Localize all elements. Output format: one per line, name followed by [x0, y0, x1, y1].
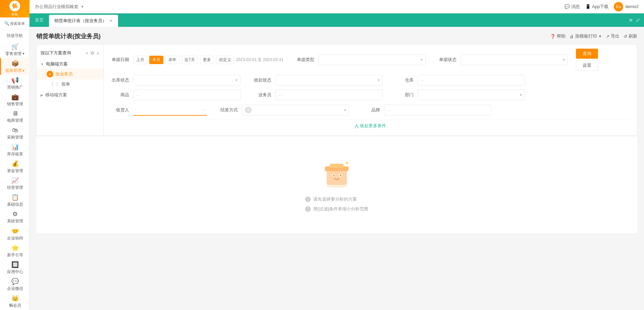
- pc-group-triangle: ▼: [41, 62, 44, 66]
- scheme-group-pc-header[interactable]: ▼ 电脑端方案: [37, 59, 103, 69]
- date-btn-this-month[interactable]: 本月: [149, 56, 163, 64]
- warehouse-select[interactable]: ···: [418, 75, 525, 86]
- breadcrumb: 办公用品行业模拟账套 ▾: [35, 4, 559, 10]
- left-panel-header: 按以下方案查询 + ⚙ «: [37, 48, 103, 58]
- settle-clear-button[interactable]: ✕: [245, 107, 252, 113]
- help-button[interactable]: ❓ 帮助: [550, 33, 566, 39]
- download-icon: 📱: [585, 4, 591, 9]
- receiver-input[interactable]: [133, 104, 203, 115]
- payment-status-select[interactable]: ▾: [275, 75, 383, 86]
- scheme-item-by-order[interactable]: ⋮⋮ 按单: [37, 80, 103, 89]
- collapse-more-button[interactable]: ⋀ 收起更多条件: [355, 123, 386, 129]
- operation-label: 经营管理: [7, 185, 23, 191]
- sidebar-item-marketing[interactable]: 📢 营销推广: [0, 75, 30, 92]
- sales-label: 销售管理: [7, 101, 23, 107]
- empty-tip-2-text: 用[过滤]条件来缩小分析范围: [313, 205, 368, 213]
- sidebar-item-operation[interactable]: 📈 经营管理: [0, 175, 30, 192]
- ecommerce-label: 电商管理: [7, 118, 23, 123]
- date-btn-this-year[interactable]: 本年: [165, 56, 179, 64]
- tab-sales-stat[interactable]: 销货单统计表（按业务员） ✕: [49, 15, 118, 27]
- sidebar-item-ecommerce[interactable]: 🖥 电商管理: [0, 109, 30, 125]
- query-button[interactable]: 查询: [576, 49, 598, 59]
- tabbar-right: ✕ ⤢: [629, 17, 644, 23]
- receiver-label: 收货人: [109, 107, 129, 113]
- payment-status-arrow-icon: ▾: [378, 78, 380, 83]
- message-icon: 💬: [565, 4, 570, 9]
- sidebar-item-enterprise[interactable]: 🤝 企业协同: [0, 226, 30, 243]
- scheme-settings-icon[interactable]: ⚙: [90, 50, 95, 56]
- print-label: 按模板打印: [575, 33, 597, 39]
- sidebar-item-wholesale[interactable]: 📦 批发管理 ▲: [0, 58, 30, 75]
- left-panel-icons: + ⚙ «: [86, 50, 99, 56]
- department-select[interactable]: ▾: [418, 90, 525, 100]
- left-panel-title: 按以下方案查询: [41, 50, 71, 56]
- breadcrumb-dropdown-icon[interactable]: ▾: [81, 4, 84, 9]
- topbar-actions: 💬 消息 📱 App下载 Ea demo2: [565, 2, 639, 11]
- help-label: 帮助: [557, 33, 566, 39]
- basic-icon: 📋: [11, 194, 19, 201]
- left-panel: 按以下方案查询 + ⚙ « ▼ 电脑端方案 ●: [37, 45, 104, 136]
- sales-icon: 💼: [11, 93, 19, 101]
- warehouse-label: 仓库: [393, 77, 414, 83]
- date-range: 2023-03-01 至 2023-03-31: [236, 57, 283, 63]
- collapse-label: 收起更多条件: [360, 123, 386, 129]
- sidebar-item-wechat[interactable]: 💬 企业微信: [0, 276, 30, 293]
- svg-point-7: [340, 175, 341, 176]
- tabbar-expand-icon[interactable]: ⤢: [636, 17, 640, 23]
- logo-text: 标账: [11, 12, 18, 17]
- settle-select[interactable]: ✕ ▾: [242, 105, 349, 115]
- app-download-button[interactable]: 📱 App下载: [585, 4, 608, 10]
- user-name: demo2: [625, 4, 639, 9]
- sidebar-item-inventory[interactable]: 📊 库存核算: [0, 142, 30, 158]
- tab-home[interactable]: 首页: [30, 13, 49, 27]
- message-button[interactable]: 💬 消息: [565, 4, 580, 10]
- sidebar-item-member[interactable]: 👑 畅会员: [0, 293, 30, 310]
- date-btn-more[interactable]: 更多: [200, 56, 214, 64]
- brand-select[interactable]: ···: [384, 105, 491, 115]
- sidebar-item-sales[interactable]: 💼 销售管理: [0, 92, 30, 109]
- wholesale-icon: 📦: [11, 60, 19, 67]
- sidebar-item-basic[interactable]: 📋 基础信息: [0, 192, 30, 209]
- sidebar-quick-nav[interactable]: 快捷导航: [0, 30, 30, 41]
- date-btn-last-month[interactable]: 上月: [133, 56, 147, 64]
- inventory-icon: 📊: [11, 143, 19, 151]
- sidebar-item-newbie[interactable]: 🌟 新手引导: [0, 243, 30, 259]
- export-button[interactable]: ↗ 导出: [606, 33, 620, 39]
- sidebar-search[interactable]: 🔍 搜索菜单: [0, 17, 30, 30]
- sidebar-item-purchase[interactable]: 🛍 采购管理: [0, 125, 30, 142]
- export-icon: ↗: [606, 34, 609, 39]
- scheme-by-order-icon: ⋮⋮: [50, 82, 59, 87]
- sidebar-item-appstore[interactable]: 🔲 应用中心: [0, 259, 30, 276]
- filter-row-4: 收货人 ··· 结算方式 ✕ ▾ 品牌 ···: [109, 104, 632, 116]
- refresh-button[interactable]: ↺ 刷新: [624, 33, 637, 39]
- doc-status-select[interactable]: ▾: [461, 54, 568, 65]
- sidebar-item-system[interactable]: ⚙ 系统管理: [0, 209, 30, 226]
- scheme-item-by-staff[interactable]: ● 按业务员: [37, 69, 103, 80]
- scheme-group-mobile[interactable]: ▶ 移动端方案: [37, 90, 103, 100]
- staff-select[interactable]: ···: [275, 90, 383, 100]
- scheme-by-staff-icon: ●: [47, 71, 53, 78]
- receiver-dots-icon[interactable]: ···: [203, 107, 207, 113]
- goods-select[interactable]: ···: [133, 90, 240, 100]
- print-button[interactable]: 🖨 按模板打印 ▼: [570, 33, 602, 39]
- settings-button[interactable]: 设置: [576, 60, 598, 71]
- tabbar-close-icon[interactable]: ✕: [629, 17, 633, 23]
- avatar: Ea: [614, 2, 623, 11]
- tab-close-icon[interactable]: ✕: [109, 18, 113, 23]
- doc-type-select[interactable]: ▾: [318, 54, 426, 65]
- search-label: 搜索菜单: [10, 21, 25, 26]
- date-btn-custom[interactable]: 自定义: [216, 56, 234, 64]
- topbar: 办公用品行业模拟账套 ▾ 💬 消息 📱 App下载 Ea demo2: [30, 0, 644, 13]
- wechat-label: 企业微信: [7, 286, 23, 292]
- out-status-select[interactable]: ▾: [133, 75, 240, 86]
- sidebar-item-retail[interactable]: 🛒 零售管理 ▼: [0, 41, 30, 58]
- message-label: 消息: [571, 4, 580, 10]
- query-settings-buttons: 查询 设置: [576, 49, 598, 71]
- user-menu[interactable]: Ea demo2: [614, 2, 639, 11]
- system-icon: ⚙: [12, 210, 18, 218]
- scheme-collapse-icon[interactable]: «: [97, 50, 99, 56]
- scheme-add-icon[interactable]: +: [86, 50, 88, 56]
- sidebar-item-finance[interactable]: 💰 资金管理: [0, 158, 30, 175]
- page-title: 销货单统计表(按业务员): [36, 32, 101, 40]
- date-btn-last7days[interactable]: 近7天: [181, 56, 198, 64]
